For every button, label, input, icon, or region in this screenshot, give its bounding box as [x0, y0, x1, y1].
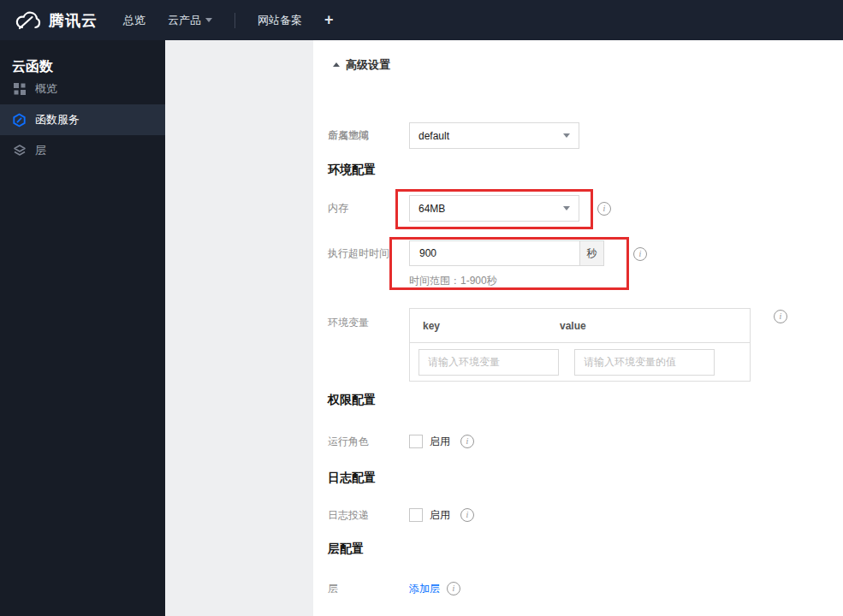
- nav-links: 总览 云产品 网站备案 +: [123, 11, 334, 29]
- chevron-down-icon: [563, 133, 570, 141]
- log-delivery-info-icon[interactable]: [460, 508, 474, 522]
- run-role-info-icon[interactable]: [460, 435, 474, 448]
- memory-label: 内存: [328, 201, 409, 216]
- function-config-panel: 高级设置 所属地域 广州 命名空间 default 环境配置 内存 64MB 执…: [313, 40, 843, 616]
- layer-row: 层 添加层: [328, 582, 460, 595]
- nav-divider: [234, 13, 235, 28]
- sidebar-item-label: 概览: [35, 81, 57, 97]
- timeout-unit: 秒: [579, 240, 604, 266]
- run-role-enable-label: 启用: [430, 435, 450, 449]
- advanced-settings-label: 高级设置: [346, 57, 390, 73]
- log-delivery-enable-label: 启用: [430, 508, 450, 523]
- sidebar: 云函数 概览 函数服务 层: [0, 40, 165, 616]
- namespace-select[interactable]: default: [409, 122, 579, 149]
- advanced-settings-toggle[interactable]: 高级设置: [333, 57, 390, 73]
- namespace-selected-value: default: [419, 130, 449, 142]
- nav-products-label: 云产品: [168, 13, 201, 28]
- top-navbar: 腾讯云 总览 云产品 网站备案 +: [0, 0, 843, 40]
- env-vars-input-row: [410, 343, 750, 381]
- brand-logo[interactable]: 腾讯云: [0, 10, 98, 31]
- memory-select[interactable]: 64MB: [409, 195, 579, 222]
- timeout-input[interactable]: [409, 240, 579, 266]
- log-delivery-enable-checkbox[interactable]: [409, 508, 423, 522]
- sidebar-item-label: 层: [35, 143, 46, 158]
- add-layer-info-icon[interactable]: [447, 582, 460, 595]
- namespace-label: 命名空间: [328, 128, 409, 143]
- env-vars-table-header: key value: [410, 309, 750, 343]
- timeout-range-hint: 时间范围：1-900秒: [409, 274, 604, 288]
- nav-item-products[interactable]: 云产品: [168, 13, 212, 28]
- add-layer-link[interactable]: 添加层: [409, 582, 440, 596]
- env-var-key-input[interactable]: [419, 349, 559, 376]
- sidebar-item-label: 函数服务: [35, 112, 80, 127]
- timeout-row: 执行超时时间 秒 时间范围：1-900秒: [328, 240, 647, 288]
- namespace-row: 命名空间 default: [328, 122, 579, 149]
- scf-hexagon-icon: [12, 113, 27, 127]
- log-delivery-row: 日志投递 启用: [328, 508, 474, 522]
- run-role-row: 运行角色 启用: [328, 435, 474, 448]
- sidebar-item-overview[interactable]: 概览: [0, 74, 165, 104]
- section-permission-config: 权限配置: [328, 393, 376, 408]
- nav-item-icp[interactable]: 网站备案: [258, 13, 302, 28]
- sidebar-item-function-service[interactable]: 函数服务: [0, 104, 165, 135]
- content-background: [165, 40, 313, 616]
- env-var-value-input[interactable]: [574, 349, 715, 376]
- memory-info-icon[interactable]: [597, 202, 611, 216]
- env-vars-row: 环境变量 key value: [328, 308, 787, 382]
- nav-item-overview[interactable]: 总览: [123, 13, 145, 28]
- sidebar-item-layers[interactable]: 层: [0, 135, 165, 166]
- timeout-field-group: 秒 时间范围：1-900秒: [409, 240, 604, 288]
- section-log-config: 日志配置: [328, 471, 376, 486]
- add-tab-button[interactable]: +: [324, 11, 334, 29]
- env-vars-col-value: value: [560, 320, 586, 332]
- timeout-info-icon[interactable]: [633, 247, 647, 261]
- chevron-down-icon: [205, 18, 212, 26]
- env-vars-col-key: key: [410, 320, 560, 332]
- log-delivery-label: 日志投递: [328, 508, 409, 523]
- section-environment-config: 环境配置: [328, 163, 376, 178]
- sidebar-title: 云函数: [0, 40, 165, 74]
- layers-icon: [12, 144, 27, 158]
- env-vars-table: key value: [409, 308, 751, 382]
- run-role-enable-checkbox[interactable]: [409, 435, 423, 448]
- grid-icon: [12, 82, 27, 97]
- memory-row: 内存 64MB: [328, 195, 611, 222]
- run-role-label: 运行角色: [328, 435, 409, 449]
- section-layer-config: 层配置: [328, 542, 364, 557]
- brand-name: 腾讯云: [49, 10, 98, 31]
- collapse-triangle-icon: [333, 59, 340, 67]
- layer-label: 层: [328, 582, 409, 596]
- memory-selected-value: 64MB: [419, 203, 445, 215]
- timeout-label: 执行超时时间: [328, 240, 409, 266]
- env-vars-label: 环境变量: [328, 308, 409, 330]
- cloud-logo-icon: [12, 10, 41, 31]
- chevron-down-icon: [563, 206, 570, 214]
- env-vars-info-icon[interactable]: [774, 310, 787, 323]
